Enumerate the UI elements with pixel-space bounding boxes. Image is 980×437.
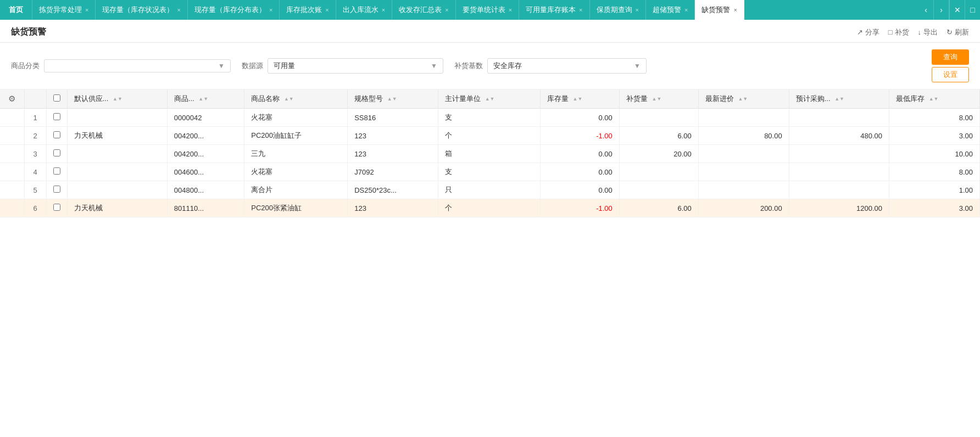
window-close-button[interactable]: ✕ [949, 0, 965, 20]
col-checkbox[interactable] [46, 89, 67, 109]
close-tab-inventory-status[interactable]: × [177, 7, 180, 13]
close-tab-available-ledger[interactable]: × [579, 7, 582, 13]
tab-available-ledger[interactable]: 可用量库存账本 × [519, 0, 589, 20]
sort-icon-purchase: ▲▼ [834, 97, 844, 102]
row-estimated-purchase: 1200.00 [789, 199, 889, 217]
row-checkbox[interactable] [53, 149, 60, 156]
col-settings[interactable]: ⚙ [0, 89, 24, 109]
row-spec: J7092 [348, 163, 438, 181]
col-stock-qty[interactable]: 库存量 ▲▼ [540, 89, 619, 109]
replenish-base-select-value: 安全库存 [493, 61, 630, 71]
table-row: 6 力天机械 801110... PC200张紧油缸 123 个 -1.00 6… [0, 199, 980, 217]
col-spec[interactable]: 规格型号 ▲▼ [348, 89, 438, 109]
tab-exception[interactable]: 拣货异常处理 × [32, 0, 96, 20]
row-spec: SS816 [348, 109, 438, 127]
row-product-name: 三九 [244, 145, 348, 163]
export-button[interactable]: ↓ 导出 [918, 27, 938, 37]
filter-bar: 商品分类 ▼ 数据源 可用量 ▼ 补货基数 安全库存 ▼ 查询 设置 [0, 43, 980, 89]
tab-inventory-dist[interactable]: 现存量（库存分布表） × [188, 0, 280, 20]
row-checkbox-cell[interactable] [46, 127, 67, 145]
select-all-checkbox[interactable] [53, 94, 60, 102]
row-latest-price: 80.00 [698, 127, 789, 145]
close-tab-inout-flow[interactable]: × [382, 7, 385, 13]
row-replenish-qty: 6.00 [619, 127, 698, 145]
row-checkbox[interactable] [53, 113, 60, 120]
col-unit[interactable]: 主计量单位 ▲▼ [438, 89, 541, 109]
row-checkbox-cell[interactable] [46, 163, 67, 181]
close-tab-expiry-query[interactable]: × [636, 7, 639, 13]
row-checkbox[interactable] [53, 167, 60, 175]
row-checkbox-cell[interactable] [46, 199, 67, 217]
row-product-name: PC200油缸缸子 [244, 127, 348, 145]
close-tab-inventory-dist[interactable]: × [269, 7, 272, 13]
replenish-icon: □ [888, 28, 893, 36]
page-title: 缺货预警 [11, 26, 857, 38]
tab-batch-account[interactable]: 库存批次账 × [280, 0, 336, 20]
refresh-button[interactable]: ↻ 刷新 [946, 27, 969, 37]
tab-inventory-status[interactable]: 现存量（库存状况表） × [96, 0, 187, 20]
tab-prev-button[interactable]: ‹ [918, 0, 934, 20]
tab-overstock[interactable]: 超储预警 × [646, 0, 695, 20]
table-header-row: ⚙ 默认供应... ▲▼ 商品... ▲▼ 商品名称 [0, 89, 980, 109]
col-replenish-qty[interactable]: 补货量 ▲▼ [619, 89, 698, 109]
col-default-supplier[interactable]: 默认供应... ▲▼ [67, 89, 167, 109]
row-checkbox[interactable] [53, 204, 60, 211]
tab-shortage[interactable]: 缺货预警 × [695, 0, 744, 20]
row-spec: 123 [348, 127, 438, 145]
row-replenish-qty [619, 181, 698, 199]
filter-actions: 查询 设置 [932, 49, 969, 82]
replenish-base-select[interactable]: 安全库存 ▼ [487, 58, 647, 74]
col-estimated-purchase[interactable]: 预计采购... ▲▼ [789, 89, 889, 109]
col-product-code[interactable]: 商品... ▲▼ [167, 89, 244, 109]
row-latest-price: 200.00 [698, 199, 789, 217]
datasource-filter-group: 数据源 可用量 ▼ [242, 58, 443, 74]
row-estimated-purchase [789, 109, 889, 127]
share-button[interactable]: ↗ 分享 [857, 27, 879, 37]
row-checkbox[interactable] [53, 131, 60, 138]
tab-expiry-query[interactable]: 保质期查询 × [590, 0, 646, 20]
table-row: 2 力天机械 004200... PC200油缸缸子 123 个 -1.00 6… [0, 127, 980, 145]
close-tab-overstock[interactable]: × [684, 7, 688, 13]
category-select[interactable]: ▼ [44, 59, 231, 72]
col-min-stock[interactable]: 最低库存 ▲▼ [889, 89, 980, 109]
table-row: 4 004600... 火花塞 J7092 支 0.00 8.00 [0, 163, 980, 181]
row-unit: 支 [438, 109, 541, 127]
close-tab-order-stats[interactable]: × [509, 7, 512, 13]
row-checkbox-cell[interactable] [46, 181, 67, 199]
row-settings-cell [0, 199, 24, 217]
col-product-name[interactable]: 商品名称 ▲▼ [244, 89, 348, 109]
row-unit: 箱 [438, 145, 541, 163]
row-unit: 只 [438, 181, 541, 199]
tab-order-stats[interactable]: 要货单统计表 × [456, 0, 519, 20]
replenish-button[interactable]: □ 补货 [888, 27, 909, 37]
row-product-code: 0000042 [167, 109, 244, 127]
row-spec: 123 [348, 145, 438, 163]
window-maximize-button[interactable]: □ [965, 0, 980, 20]
datasource-select[interactable]: 可用量 ▼ [268, 58, 443, 74]
tab-receive-summary[interactable]: 收发存汇总表 × [392, 0, 455, 20]
row-checkbox[interactable] [53, 186, 60, 193]
tab-home[interactable]: 首页 [0, 0, 32, 20]
row-checkbox-cell[interactable] [46, 145, 67, 163]
close-tab-receive-summary[interactable]: × [445, 7, 448, 13]
tab-next-button[interactable]: › [934, 0, 949, 20]
settings-button[interactable]: 设置 [932, 67, 969, 82]
row-replenish-qty [619, 109, 698, 127]
col-latest-price[interactable]: 最新进价 ▲▼ [698, 89, 789, 109]
row-supplier [67, 109, 167, 127]
row-checkbox-cell[interactable] [46, 109, 67, 127]
close-tab-exception[interactable]: × [85, 7, 88, 13]
row-estimated-purchase: 480.00 [789, 127, 889, 145]
row-num: 6 [24, 199, 46, 217]
datasource-dropdown-icon: ▼ [431, 62, 437, 70]
query-button[interactable]: 查询 [932, 49, 969, 65]
close-tab-batch-account[interactable]: × [325, 7, 328, 13]
close-tab-shortage[interactable]: × [733, 7, 737, 13]
category-dropdown-icon: ▼ [218, 62, 225, 70]
row-product-code: 801110... [167, 199, 244, 217]
tab-inout-flow[interactable]: 出入库流水 × [336, 0, 392, 20]
gear-icon[interactable]: ⚙ [8, 94, 15, 104]
sort-icon-stock: ▲▼ [573, 97, 583, 102]
replenish-base-label: 补货基数 [454, 61, 483, 71]
table-container: ⚙ 默认供应... ▲▼ 商品... ▲▼ 商品名称 [0, 89, 980, 217]
